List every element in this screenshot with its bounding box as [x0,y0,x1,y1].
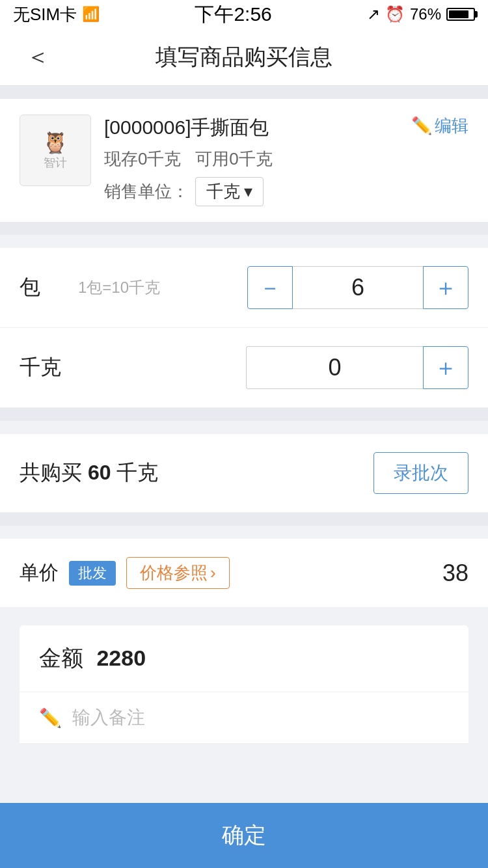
qty-bao-minus-button[interactable]: － [247,266,293,309]
total-unit: 千克 [116,461,158,484]
section-divider-2 [0,408,488,421]
page-title: 填写商品购买信息 [156,42,332,72]
available-label: 可用0千克 [195,149,272,169]
battery-bar [446,8,475,21]
battery-percent: 76% [410,5,441,23]
total-prefix: 共购买 [20,461,82,484]
status-left: 无SIM卡 📶 [13,3,100,26]
price-section: 单价 批发 价格参照 › 38 [0,539,488,607]
edit-button[interactable]: ✏️ 编辑 [411,115,468,137]
qty-kg-plus-button[interactable]: ＋ [423,346,468,389]
status-time: 下午2:56 [195,1,271,28]
location-icon: ↗ [367,5,380,23]
qty-kg-input[interactable] [246,346,423,389]
total-row: 共购买 60 千克 录批次 [0,434,488,513]
product-card: 🦉 智计 [0000006]手撕面包 ✏️ 编辑 现存0千克 可用0千克 销售单… [0,99,488,222]
amount-section: 金额 2280 ✏️ 输入备注 [0,607,488,743]
qty-bao-input[interactable] [293,266,423,309]
total-amount: 60 [88,461,116,484]
qty-bao-label: 包 [20,273,72,302]
price-value: 38 [442,560,468,587]
main-content: 🦉 智计 [0000006]手撕面包 ✏️ 编辑 现存0千克 可用0千克 销售单… [0,86,488,868]
unit-select[interactable]: 千克 ▾ [195,177,264,206]
qty-section: 包 1包=10千克 － ＋ 千克 ＋ [0,248,488,408]
qty-kg-label: 千克 [20,353,72,382]
product-code: [0000006] [104,116,191,138]
note-placeholder: 输入备注 [72,705,145,730]
owl-icon: 🦉 [42,130,68,155]
battery-fill [449,10,468,18]
amount-row: 金额 2280 [20,625,468,692]
section-divider-1 [0,222,488,235]
qty-kg-controls: ＋ [246,346,468,389]
qty-bao-hint: 1包=10千克 [78,277,247,298]
product-title: 手撕面包 [191,116,269,138]
carrier-text: 无SIM卡 [13,3,77,26]
nav-bar: ＜ 填写商品购买信息 [0,29,488,86]
product-image: 🦉 智计 [20,115,91,186]
wifi-icon: 📶 [82,6,100,23]
edit-label: 编辑 [435,115,468,137]
product-name: [0000006]手撕面包 [104,115,269,141]
section-divider-3 [0,513,488,526]
product-stock: 现存0千克 可用0千克 [104,148,468,170]
brand-label: 智计 [44,155,67,170]
unit-chevron-icon: ▾ [244,182,252,202]
price-label: 单价 [20,560,59,586]
amount-value: 2280 [96,645,146,670]
section-divider-top [0,86,488,99]
status-right: ↗ ⏰ 76% [367,5,475,23]
qty-bao-controls: － ＋ [247,266,468,309]
back-button[interactable]: ＜ [20,34,56,79]
amount-label: 金额 [39,645,83,670]
confirm-label: 确定 [222,821,266,850]
total-text: 共购买 60 千克 [20,459,158,487]
batch-button[interactable]: 录批次 [373,452,468,494]
stock-label: 现存0千克 [104,149,181,169]
pencil-icon: ✏️ [39,707,62,729]
unit-prefix: 销售单位： [104,180,189,203]
price-ref-arrow-icon: › [210,563,216,583]
note-row[interactable]: ✏️ 输入备注 [20,692,468,743]
edit-icon: ✏️ [411,116,432,136]
product-logo: 🦉 智计 [42,130,68,170]
price-ref-label: 价格参照 [140,562,208,584]
qty-bao-row: 包 1包=10千克 － ＋ [0,248,488,328]
price-badge: 批发 [69,561,116,586]
price-ref-button[interactable]: 价格参照 › [126,557,230,589]
status-bar: 无SIM卡 📶 下午2:56 ↗ ⏰ 76% [0,0,488,29]
alarm-icon: ⏰ [385,5,405,23]
product-info: [0000006]手撕面包 ✏️ 编辑 现存0千克 可用0千克 销售单位： 千克… [104,115,468,206]
unit-value: 千克 [206,180,240,203]
qty-bao-plus-button[interactable]: ＋ [423,266,468,309]
product-unit-row: 销售单位： 千克 ▾ [104,177,468,206]
confirm-button[interactable]: 确定 [0,803,488,868]
qty-kg-row: 千克 ＋ [0,328,488,408]
